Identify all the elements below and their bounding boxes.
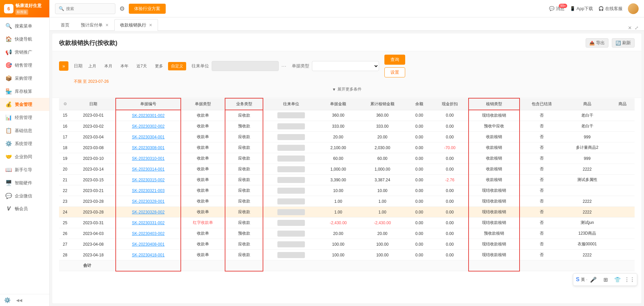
row-date: 2023-03-31	[71, 218, 116, 228]
marketing-icon: 📢	[5, 49, 12, 55]
table-row: 26 2023-04-03 SK-20230403-002 收款单 预收款 ██…	[59, 228, 635, 239]
solution-button[interactable]: 体验行业方案	[129, 4, 166, 14]
app-download-button[interactable]: 📱 App下载	[570, 6, 593, 12]
date-btn-more[interactable]: 更多	[152, 62, 166, 70]
topbar-search-box[interactable]: 🔍	[55, 3, 115, 14]
tab-writeoff[interactable]: 收款核销执行 ✕	[114, 19, 158, 31]
date-btn-this-year[interactable]: 本年	[117, 62, 131, 70]
sidebar-item-basic[interactable]: 📋 基础信息	[0, 124, 49, 137]
counterpart-input[interactable]	[212, 61, 279, 71]
order-no-link[interactable]: SK-20230408-001	[132, 242, 164, 247]
order-no-link[interactable]: SK-20230302-002	[132, 124, 164, 129]
online-service-button[interactable]: 🎧 在线客服	[598, 6, 623, 12]
order-no-link[interactable]: SK-20230315-002	[132, 178, 164, 182]
row-accumulated: 3,387.24	[358, 175, 408, 185]
order-no-link[interactable]: SK-20230403-002	[132, 231, 164, 236]
row-include-settled: 否	[520, 196, 564, 207]
row-goods2	[611, 239, 635, 250]
order-no-link[interactable]: SK-20230301-002	[132, 113, 164, 118]
date-btn-last-month[interactable]: 上月	[85, 62, 99, 70]
tab-prepayment[interactable]: 预计应付单 ✕	[75, 19, 114, 31]
sidebar-item-shortcut[interactable]: 🏠 快捷导航	[0, 33, 49, 46]
grid-icon[interactable]: ⊞	[601, 275, 610, 284]
separator1: ·	[586, 277, 587, 282]
row-accumulated: 100.00	[358, 239, 408, 250]
sales-icon: 🎯	[5, 62, 12, 68]
tab-close-prepayment[interactable]: ✕	[105, 23, 109, 27]
expand-more-button[interactable]: ▼ 展开更多条件	[332, 86, 362, 92]
sidebar-bottom: ⚙️ ◀◀	[0, 294, 49, 306]
apps-icon[interactable]: ⋮⋮	[625, 275, 634, 284]
sidebar-item-member[interactable]: V 畅会员	[0, 202, 49, 215]
main-table: ⚙ 日期 单据编号 单据类型 业务类型 往来单位 单据金额 累计核销金额 余额 …	[59, 98, 635, 271]
row-bill-type: 收款单	[181, 175, 225, 185]
table-row: 28 2023-04-18 SK-20230418-001 收款单 应收款 ██…	[59, 250, 635, 260]
order-no-link[interactable]: SK-20230321-003	[132, 188, 164, 193]
row-counterpart: ████	[263, 218, 319, 228]
row-goods1	[564, 185, 610, 196]
close-tab-icon[interactable]: ✕	[628, 25, 632, 30]
topbar-settings-icon[interactable]: ⚙	[119, 5, 125, 12]
row-date: 2023-03-21	[71, 185, 116, 196]
table-row: 19 2023-03-10 SK-20230310-001 收款单 应收款 ██…	[59, 153, 635, 164]
col-write-off-type-header: 核销类型	[469, 98, 520, 110]
filter-settings-button[interactable]: 设置	[384, 67, 405, 77]
row-no: 16	[59, 121, 71, 132]
main-content: 🔍 ⚙ 体验行业方案 💬 消息 99+ 📱 App下载 🎧 在线客服 首页	[50, 0, 644, 306]
refresh-button[interactable]: 🔄 刷新	[612, 38, 635, 48]
sidebar-item-hardware[interactable]: 🖥️ 智能硬件	[0, 176, 49, 189]
sidebar-item-purchase[interactable]: 📦 采购管理	[0, 72, 49, 85]
mic-icon[interactable]: 🎤	[589, 275, 598, 284]
row-date: 2023-04-18	[71, 250, 116, 260]
order-no-link[interactable]: SK-20230310-001	[132, 156, 164, 161]
row-include-settled: 否	[520, 185, 564, 196]
order-no-link[interactable]: SK-20230308-001	[132, 145, 164, 150]
maximize-tab-icon[interactable]: ⤢	[635, 25, 639, 30]
row-accumulated: 333.00	[358, 121, 408, 132]
col-settings-header[interactable]: ⚙	[59, 98, 71, 110]
sidebar-item-sales[interactable]: 🎯 销售管理	[0, 59, 49, 72]
order-no-link[interactable]: SK-20230328-001	[132, 199, 164, 204]
export-button[interactable]: 📤 导出	[586, 38, 608, 48]
row-no: 24	[59, 207, 71, 218]
row-order-no: SK-20230302-002	[116, 121, 180, 132]
row-goods2	[611, 228, 635, 239]
sidebar-item-system[interactable]: ⚙️ 系统管理	[0, 137, 49, 150]
collapse-icon[interactable]: ◀◀	[16, 298, 22, 303]
row-amount: 1.00	[319, 207, 357, 218]
sidebar-item-search[interactable]: 🔍 搜索菜单	[0, 19, 49, 33]
query-button[interactable]: 查询	[384, 55, 405, 65]
order-no-link[interactable]: SK-20230314-001	[132, 167, 164, 172]
date-btn-7days[interactable]: 近7天	[133, 62, 150, 70]
row-counterpart: ████	[263, 121, 319, 132]
bill-type-select[interactable]	[312, 61, 379, 71]
date-btn-this-month[interactable]: 本月	[101, 62, 115, 70]
sidebar-item-wechat[interactable]: 💬 企业微信	[0, 189, 49, 202]
row-include-settled: 否	[520, 121, 564, 132]
table-row: 22 2023-03-21 SK-20230321-003 收款单 应收款 ██…	[59, 185, 635, 196]
sidebar-item-guide[interactable]: 📖 新手引导	[0, 163, 49, 176]
user-avatar[interactable]	[628, 3, 639, 14]
row-accumulated: 60.00	[358, 153, 408, 164]
date-btn-custom[interactable]: 自定义	[168, 62, 186, 70]
sidebar-item-capital[interactable]: 💰 资金管理	[0, 98, 49, 111]
search-input[interactable]	[66, 6, 112, 11]
sidebar-item-operation[interactable]: 📊 经营管理	[0, 111, 49, 124]
sidebar-item-inventory[interactable]: 🏪 库存核算	[0, 85, 49, 98]
row-order-no: SK-20230310-001	[116, 153, 180, 164]
filter-expand-arrow[interactable]: »	[59, 61, 68, 71]
order-no-link[interactable]: SK-20230304-001	[132, 135, 164, 139]
shirt-icon[interactable]: 👕	[613, 275, 622, 284]
tab-home[interactable]: 首页	[55, 19, 75, 31]
messages-button[interactable]: 💬 消息 99+	[549, 6, 565, 12]
settings-bottom-icon[interactable]: ⚙️	[4, 297, 11, 303]
order-no-link[interactable]: SK-20230328-002	[132, 210, 164, 215]
row-balance: 0.00	[407, 239, 431, 250]
row-no: 17	[59, 132, 71, 142]
counterpart-dots[interactable]: ···	[281, 63, 286, 70]
order-no-link[interactable]: SK-20230331-002	[132, 221, 164, 225]
tab-close-writeoff[interactable]: ✕	[149, 23, 152, 27]
sidebar-item-enterprise[interactable]: 🤝 企业协同	[0, 150, 49, 163]
sidebar-item-marketing[interactable]: 📢 营销推广	[0, 46, 49, 59]
order-no-link[interactable]: SK-20230418-001	[132, 253, 164, 257]
